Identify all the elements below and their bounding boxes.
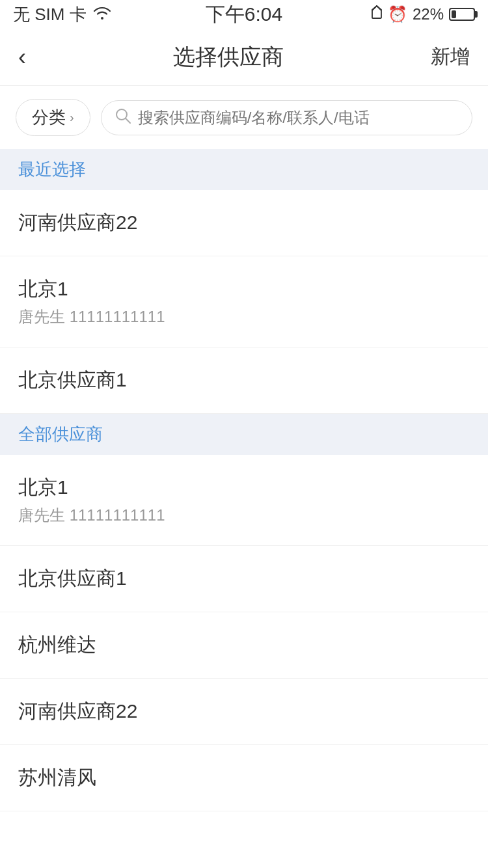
list-item[interactable]: 河南供应商22 bbox=[0, 679, 488, 745]
recent-items-list: 河南供应商22北京1 唐先生 11111111111北京供应商1 bbox=[0, 190, 488, 414]
recent-section-header: 最近选择 bbox=[0, 149, 488, 190]
status-bar: 无 SIM 卡 下午6:04 ⏰ 22% bbox=[0, 0, 488, 29]
item-sub: 唐先生 11111111111 bbox=[18, 505, 470, 526]
search-icon bbox=[115, 107, 131, 128]
location-icon bbox=[371, 5, 383, 23]
status-right: ⏰ 22% bbox=[371, 5, 475, 23]
battery-icon bbox=[449, 8, 475, 21]
status-left: 无 SIM 卡 bbox=[13, 3, 111, 26]
item-name: 河南供应商22 bbox=[18, 210, 470, 236]
chevron-icon: › bbox=[70, 110, 74, 125]
list-item[interactable]: 北京1 唐先生 11111111111 bbox=[0, 256, 488, 347]
item-name: 北京1 bbox=[18, 276, 470, 303]
list-item[interactable]: 北京供应商1 bbox=[0, 546, 488, 612]
battery-percent: 22% bbox=[413, 5, 444, 23]
list-item[interactable]: 河南供应商22 bbox=[0, 190, 488, 256]
category-filter[interactable]: 分类 › bbox=[16, 99, 90, 136]
page-title: 选择供应商 bbox=[173, 42, 284, 72]
filter-bar: 分类 › bbox=[0, 86, 488, 149]
category-label: 分类 bbox=[32, 106, 66, 129]
list-item[interactable]: 北京供应商1 bbox=[0, 347, 488, 414]
item-name: 河南供应商22 bbox=[18, 698, 470, 725]
item-sub: 唐先生 11111111111 bbox=[18, 306, 470, 327]
list-item[interactable]: 苏州清风 bbox=[0, 745, 488, 811]
nav-bar: ‹ 选择供应商 新增 bbox=[0, 29, 488, 86]
search-input[interactable] bbox=[138, 109, 459, 127]
all-items-list: 北京1 唐先生 11111111111北京供应商1杭州维达河南供应商22苏州清风 bbox=[0, 455, 488, 811]
list-item[interactable]: 北京1 唐先生 11111111111 bbox=[0, 455, 488, 546]
item-name: 北京供应商1 bbox=[18, 367, 470, 394]
wifi-icon bbox=[93, 5, 111, 25]
item-name: 杭州维达 bbox=[18, 632, 470, 658]
all-section-header: 全部供应商 bbox=[0, 414, 488, 455]
svg-line-1 bbox=[126, 118, 130, 123]
status-time: 下午6:04 bbox=[206, 1, 282, 28]
add-button[interactable]: 新增 bbox=[431, 44, 470, 70]
sim-label: 无 SIM 卡 bbox=[13, 3, 87, 26]
recent-section-label: 最近选择 bbox=[18, 159, 86, 179]
item-name: 北京供应商1 bbox=[18, 565, 470, 592]
item-name: 苏州清风 bbox=[18, 765, 470, 791]
back-button[interactable]: ‹ bbox=[18, 44, 26, 71]
search-box[interactable] bbox=[101, 100, 472, 135]
all-section-label: 全部供应商 bbox=[18, 424, 103, 444]
list-item[interactable]: 杭州维达 bbox=[0, 612, 488, 679]
alarm-icon: ⏰ bbox=[388, 5, 407, 23]
item-name: 北京1 bbox=[18, 474, 470, 501]
